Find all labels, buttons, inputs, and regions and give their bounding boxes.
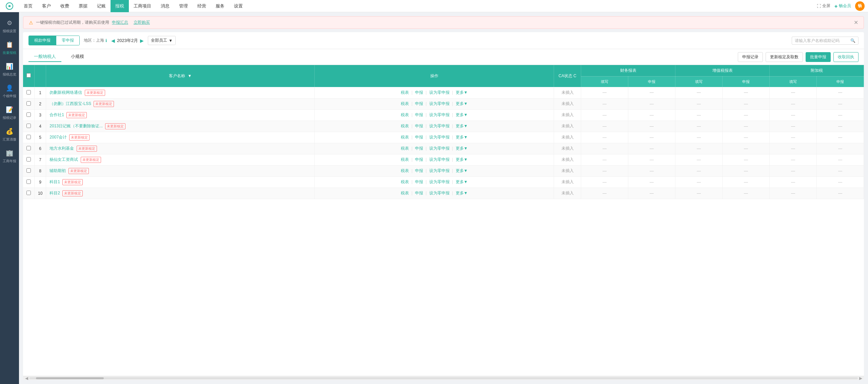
op-tax-form[interactable]: 税表: [401, 157, 409, 162]
search-icon[interactable]: 🔍: [850, 38, 855, 43]
op-zero-declare[interactable]: 设为零申报: [429, 157, 450, 162]
client-name-text[interactable]: 科目1: [50, 179, 60, 184]
op-more[interactable]: 更多▼: [456, 179, 468, 184]
op-zero-declare[interactable]: 设为零申报: [429, 179, 450, 184]
nav-fee[interactable]: 收费: [56, 0, 74, 12]
declare-summary-link[interactable]: 申报汇总: [112, 20, 128, 25]
client-name-text[interactable]: （勿删）江西股宝-LSS: [50, 101, 91, 106]
row-checkbox[interactable]: [26, 90, 31, 94]
nav-operation[interactable]: 经营: [193, 0, 211, 12]
upgrade-btn[interactable]: ◈ 畅会员: [834, 3, 851, 9]
sidebar-item-annual-report[interactable]: 🏢 工商年报: [0, 145, 19, 167]
region-info-icon[interactable]: ℹ: [105, 38, 107, 43]
client-name-text[interactable]: 杨仙女工资商试: [50, 157, 78, 162]
op-tax-form[interactable]: 税表: [401, 112, 409, 117]
date-next-btn[interactable]: ▶: [140, 38, 144, 43]
op-more[interactable]: 更多▼: [456, 146, 468, 151]
declare-record-btn[interactable]: 申报记录: [738, 52, 763, 62]
batch-declare-btn[interactable]: 批量申报: [806, 52, 831, 62]
client-name-text[interactable]: 辅助期初: [50, 168, 66, 173]
nav-settings[interactable]: 设置: [229, 0, 248, 12]
client-name-text[interactable]: 科目2: [50, 191, 60, 195]
row-checkbox[interactable]: [26, 112, 31, 117]
nav-message[interactable]: 消息: [156, 0, 174, 12]
staff-select[interactable]: 全部员工 ▼: [148, 36, 176, 45]
row-checkbox-cell[interactable]: [23, 154, 35, 165]
op-tax-form[interactable]: 税表: [401, 124, 409, 128]
op-declare[interactable]: 申报: [415, 124, 423, 128]
app-logo[interactable]: [3, 0, 16, 12]
tab-zero-declare[interactable]: 零申报: [56, 36, 79, 45]
row-checkbox-cell[interactable]: [23, 132, 35, 143]
client-name-text[interactable]: 2013日记账（不要删除验证...: [50, 124, 103, 128]
avatar[interactable]: 畅: [855, 1, 865, 11]
op-tax-form[interactable]: 税表: [401, 90, 409, 95]
op-declare[interactable]: 申报: [415, 179, 423, 184]
nav-tax[interactable]: 报税: [111, 0, 129, 12]
op-declare[interactable]: 申报: [415, 168, 423, 173]
op-more[interactable]: 更多▼: [456, 90, 468, 95]
tab-general-taxpayer[interactable]: 一般纳税人: [28, 52, 61, 62]
tab-small-scale[interactable]: 小规模: [65, 52, 90, 62]
row-checkbox[interactable]: [26, 135, 31, 139]
op-tax-form[interactable]: 税表: [401, 146, 409, 151]
row-checkbox-cell[interactable]: [23, 98, 35, 109]
row-checkbox[interactable]: [26, 124, 31, 128]
op-zero-declare[interactable]: 设为零申报: [429, 90, 450, 95]
collect-back-btn[interactable]: 收取回执: [833, 52, 859, 62]
th-checkbox[interactable]: [23, 65, 35, 87]
op-declare[interactable]: 申报: [415, 101, 423, 106]
op-zero-declare[interactable]: 设为零申报: [429, 146, 450, 151]
row-checkbox-cell[interactable]: [23, 165, 35, 176]
scroll-right-btn[interactable]: ▶: [858, 376, 863, 380]
update-approve-btn[interactable]: 更新核定及取数: [766, 52, 803, 62]
row-checkbox-cell[interactable]: [23, 121, 35, 132]
horizontal-scrollbar[interactable]: ◀ ▶: [23, 376, 864, 380]
row-checkbox[interactable]: [26, 191, 31, 195]
row-checkbox-cell[interactable]: [23, 109, 35, 121]
nav-business[interactable]: 工商项目: [129, 0, 156, 12]
sidebar-item-personal-tax[interactable]: 👤 个税申报: [0, 80, 19, 102]
row-checkbox[interactable]: [26, 146, 31, 150]
nav-bookkeeping[interactable]: 记账: [92, 0, 111, 12]
op-tax-form[interactable]: 税表: [401, 168, 409, 173]
op-zero-declare[interactable]: 设为零申报: [429, 168, 450, 173]
date-prev-btn[interactable]: ◀: [111, 38, 115, 43]
client-name-text[interactable]: 合作社1: [50, 112, 64, 117]
nav-home[interactable]: 首页: [19, 0, 37, 12]
op-zero-declare[interactable]: 设为零申报: [429, 191, 450, 195]
nav-admin[interactable]: 管理: [174, 0, 193, 12]
sidebar-item-tax-record[interactable]: 📝 报税记录: [0, 102, 19, 123]
sidebar-item-tax-settings[interactable]: ⚙ 报税设置: [0, 15, 19, 37]
op-tax-form[interactable]: 税表: [401, 191, 409, 195]
row-checkbox[interactable]: [26, 168, 31, 173]
op-declare[interactable]: 申报: [415, 191, 423, 195]
row-checkbox-cell[interactable]: [23, 143, 35, 154]
op-more[interactable]: 更多▼: [456, 124, 468, 128]
op-more[interactable]: 更多▼: [456, 157, 468, 162]
row-checkbox-cell[interactable]: [23, 87, 35, 98]
scroll-left-btn[interactable]: ◀: [24, 376, 29, 380]
sort-icon[interactable]: ▼: [188, 73, 192, 78]
client-name-text[interactable]: 地方水利基金: [50, 146, 74, 151]
sidebar-item-settlement[interactable]: 💰 汇算清缴: [0, 123, 19, 145]
tab-tax-declare[interactable]: 税款申报: [29, 36, 56, 45]
op-more[interactable]: 更多▼: [456, 101, 468, 106]
op-zero-declare[interactable]: 设为零申报: [429, 135, 450, 140]
op-declare[interactable]: 申报: [415, 135, 423, 140]
row-checkbox[interactable]: [26, 179, 31, 184]
op-more[interactable]: 更多▼: [456, 168, 468, 173]
sidebar-item-batch-tax[interactable]: 📋 批量报税: [0, 37, 19, 58]
nav-client[interactable]: 客户: [37, 0, 56, 12]
op-declare[interactable]: 申报: [415, 112, 423, 117]
op-zero-declare[interactable]: 设为零申报: [429, 124, 450, 128]
op-more[interactable]: 更多▼: [456, 135, 468, 140]
op-more[interactable]: 更多▼: [456, 112, 468, 117]
buy-now-link[interactable]: 立即购买: [134, 20, 150, 25]
op-tax-form[interactable]: 税表: [401, 135, 409, 140]
op-tax-form[interactable]: 税表: [401, 101, 409, 106]
row-checkbox[interactable]: [26, 157, 31, 162]
nav-service[interactable]: 服务: [211, 0, 229, 12]
nav-invoice[interactable]: 票据: [74, 0, 92, 12]
op-zero-declare[interactable]: 设为零申报: [429, 112, 450, 117]
